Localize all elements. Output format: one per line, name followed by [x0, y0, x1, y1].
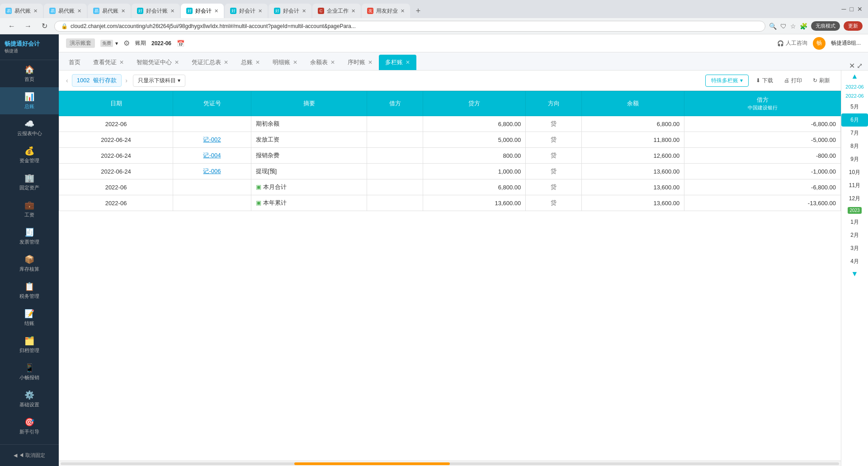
- tab-3[interactable]: 易 易代账 ✕: [88, 4, 131, 18]
- tab-smart-voucher-close[interactable]: ✕: [175, 59, 179, 66]
- sidebar-item-cloud[interactable]: ☁️ 云报表中心: [0, 114, 59, 141]
- account-next-button[interactable]: ›: [125, 77, 127, 84]
- sidebar-item-closing[interactable]: 📝 结账: [0, 304, 59, 331]
- tab-voucher-summary-close[interactable]: ✕: [224, 59, 228, 66]
- sidebar-item-member[interactable]: 👤 畅会员: [0, 440, 59, 444]
- calendar-month-6[interactable]: 6月: [841, 113, 868, 127]
- update-button[interactable]: 更新: [844, 21, 863, 31]
- sidebar-item-home[interactable]: 🏠 首页: [0, 60, 59, 87]
- sidebar-item-guide[interactable]: 🎯 新手引导: [0, 413, 59, 440]
- back-button[interactable]: ←: [5, 20, 18, 33]
- tab-general-ledger-close[interactable]: ✕: [255, 59, 260, 66]
- tab-general-ledger[interactable]: 总账 ✕: [235, 55, 266, 70]
- calendar-month-11[interactable]: 11月: [841, 179, 868, 192]
- tab-multi-column-close[interactable]: ✕: [406, 59, 410, 66]
- star-icon[interactable]: ☆: [790, 23, 796, 30]
- calendar-month-12[interactable]: 12月: [841, 192, 868, 205]
- tab-voucher-summary[interactable]: 凭证汇总表 ✕: [185, 55, 235, 70]
- sidebar-item-tax[interactable]: 📋 税务管理: [0, 277, 59, 304]
- tab-multi-column[interactable]: 多栏账 ✕: [379, 55, 416, 70]
- account-settings-icon[interactable]: ⚙: [123, 39, 130, 47]
- tab-1-close[interactable]: ✕: [33, 8, 38, 14]
- tab-journal[interactable]: 序时账 ✕: [341, 55, 379, 70]
- calendar-month-9[interactable]: 9月: [841, 153, 868, 166]
- account-name-box[interactable]: 1002 银行存款: [72, 74, 122, 87]
- tab-6[interactable]: 好 好会计 ✕: [225, 4, 268, 18]
- tab-2[interactable]: 易 易代账 ✕: [44, 4, 87, 18]
- download-button[interactable]: ⬇ 下载: [752, 75, 777, 86]
- cell-voucher[interactable]: 记-006: [173, 164, 251, 179]
- tab-2-close[interactable]: ✕: [77, 8, 81, 14]
- panel-close-icon[interactable]: ✕: [849, 61, 855, 70]
- extension-icon[interactable]: 🧩: [800, 23, 807, 30]
- tab-voucher-close[interactable]: ✕: [119, 59, 124, 66]
- tab-7[interactable]: 好 好会计 ✕: [269, 4, 311, 18]
- calendar-month-10[interactable]: 10月: [841, 166, 868, 179]
- sidebar-collapse-button[interactable]: ◀ ◀ 取消固定: [2, 449, 57, 461]
- new-tab-button[interactable]: +: [411, 4, 425, 18]
- tab-voucher[interactable]: 查看凭证 ✕: [87, 55, 130, 70]
- calendar-icon[interactable]: 📅: [177, 40, 184, 47]
- tab-7-close[interactable]: ✕: [302, 8, 306, 14]
- tab-5[interactable]: 好 好会计 ✕: [181, 4, 224, 18]
- account-prev-button[interactable]: ‹: [66, 77, 68, 84]
- multi-account-button[interactable]: 特殊多栏账 ▾: [705, 75, 749, 87]
- cell-voucher[interactable]: 记-002: [173, 132, 251, 148]
- calendar-month-5[interactable]: 5月: [841, 100, 868, 113]
- voucher-link[interactable]: 记-002: [203, 136, 221, 143]
- tab-home[interactable]: 首页: [62, 55, 87, 70]
- scrollbar-thumb[interactable]: [294, 462, 450, 465]
- maximize-button[interactable]: □: [850, 5, 854, 13]
- service-button[interactable]: 🎧 人工咨询: [777, 39, 807, 47]
- cell-voucher[interactable]: 记-004: [173, 148, 251, 164]
- calendar-month-2023-1[interactable]: 1月: [841, 216, 868, 229]
- tab-detail-ledger-close[interactable]: ✕: [293, 59, 297, 66]
- tab-5-close[interactable]: ✕: [214, 8, 218, 14]
- refresh-button[interactable]: ↻ 刷新: [809, 75, 834, 86]
- sidebar-item-ledger[interactable]: 📊 总账: [0, 87, 59, 114]
- close-button[interactable]: ✕: [857, 5, 863, 13]
- filter-dropdown[interactable]: 只显示下级科目 ▾: [133, 75, 185, 87]
- calendar-scroll-down[interactable]: ▼: [849, 268, 860, 280]
- sidebar-item-inventory[interactable]: 📦 库存核算: [0, 250, 59, 277]
- voucher-link[interactable]: 记-006: [203, 168, 221, 174]
- refresh-button[interactable]: ↻: [38, 20, 51, 33]
- tab-8-close[interactable]: ✕: [351, 8, 355, 14]
- shield-icon[interactable]: 🛡: [780, 23, 787, 30]
- calendar-month-7[interactable]: 7月: [841, 127, 868, 140]
- sidebar-item-invoice[interactable]: 🧾 发票管理: [0, 223, 59, 250]
- tab-9[interactable]: 友 用友好业 ✕: [362, 4, 410, 18]
- tab-8[interactable]: C 企业工作 ✕: [312, 4, 361, 18]
- tab-4[interactable]: 好 好会计账 ✕: [132, 4, 180, 18]
- print-button[interactable]: 🖨 打印: [780, 75, 806, 86]
- sidebar-item-salary[interactable]: 💼 工资: [0, 196, 59, 223]
- tab-9-close[interactable]: ✕: [401, 8, 405, 14]
- tab-balance-close[interactable]: ✕: [330, 59, 335, 66]
- sidebar-item-funds[interactable]: 💰 资金管理: [0, 141, 59, 169]
- no-trace-button[interactable]: 无痕模式: [811, 21, 840, 31]
- calendar-month-2023-4[interactable]: 4月: [841, 255, 868, 268]
- search-icon[interactable]: 🔍: [769, 23, 777, 30]
- scrollbar-track[interactable]: [61, 462, 839, 465]
- sidebar-item-archive[interactable]: 🗂️ 归档管理: [0, 331, 59, 358]
- voucher-link[interactable]: 记-004: [203, 152, 221, 159]
- calendar-month-2023-2[interactable]: 2月: [841, 229, 868, 242]
- sidebar-item-assets[interactable]: 🏢 固定资产: [0, 169, 59, 196]
- calendar-scroll-up[interactable]: ▲: [849, 71, 860, 82]
- tab-3-close[interactable]: ✕: [121, 8, 125, 14]
- calendar-month-8[interactable]: 8月: [841, 140, 868, 153]
- tab-journal-close[interactable]: ✕: [368, 59, 373, 66]
- forward-button[interactable]: →: [22, 20, 34, 33]
- tab-1[interactable]: 易 易代账 ✕: [0, 4, 43, 18]
- tab-4-close[interactable]: ✕: [170, 8, 175, 14]
- panel-expand-icon[interactable]: ⤢: [857, 61, 863, 70]
- tab-6-close[interactable]: ✕: [258, 8, 262, 14]
- minimize-button[interactable]: ─: [842, 5, 846, 13]
- tab-balance[interactable]: 余额表 ✕: [304, 55, 341, 70]
- sidebar-item-expense[interactable]: 📱 小畅报销: [0, 358, 59, 386]
- url-bar[interactable]: 🔒 cloud2.chanjet.com/accounting/uh26t264…: [54, 21, 765, 32]
- tab-detail-ledger[interactable]: 明细账 ✕: [266, 55, 304, 70]
- tab-smart-voucher[interactable]: 智能凭证中心 ✕: [130, 55, 185, 70]
- calendar-month-2023-3[interactable]: 3月: [841, 242, 868, 255]
- account-select[interactable]: 免费 ▾: [100, 40, 118, 47]
